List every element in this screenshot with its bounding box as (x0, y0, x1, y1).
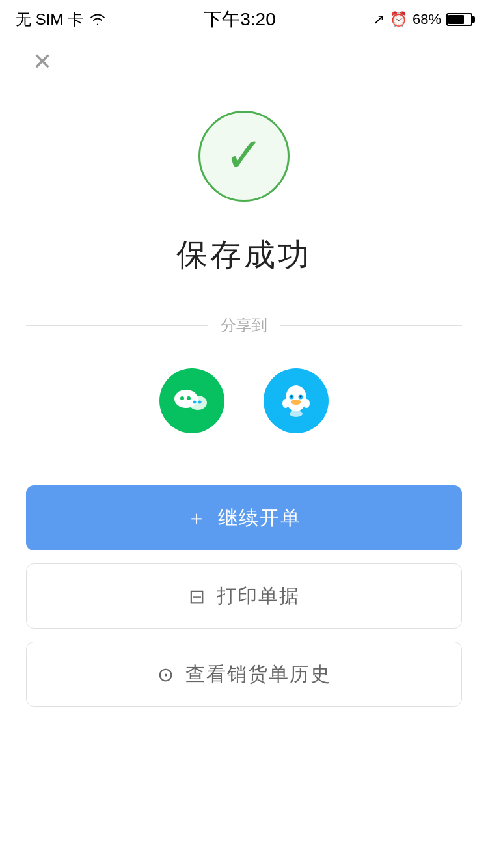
svg-point-12 (291, 396, 293, 398)
success-title: 保存成功 (176, 234, 312, 276)
history-label: 查看销货单历史 (185, 661, 331, 688)
wechat-share-button[interactable] (159, 368, 224, 433)
history-button[interactable]: ⊙ 查看销货单历史 (26, 642, 462, 707)
divider-line-right (280, 325, 462, 326)
close-icon: ✕ (33, 50, 52, 74)
share-divider: 分享到 (26, 315, 462, 336)
svg-point-13 (300, 396, 302, 398)
checkmark-icon: ✓ (224, 131, 264, 178)
svg-point-5 (198, 401, 202, 404)
wechat-icon (173, 382, 211, 420)
qq-share-button[interactable] (264, 368, 329, 433)
status-bar: 无 SIM 卡 下午3:20 ↗ ⏰ 68% (0, 0, 488, 39)
success-section: ✓ 保存成功 分享到 (26, 39, 462, 707)
svg-point-6 (286, 385, 306, 411)
print-label: 打印单据 (217, 583, 300, 610)
plus-icon: ＋ (187, 505, 208, 532)
continue-label: 继续开单 (218, 505, 301, 532)
status-time: 下午3:20 (204, 7, 276, 32)
action-buttons: ＋ 继续开单 ⊟ 打印单据 ⊙ 查看销货单历史 (26, 485, 462, 707)
continue-button[interactable]: ＋ 继续开单 (26, 485, 462, 550)
location-icon: ↗ (373, 11, 385, 28)
status-right: ↗ ⏰ 68% (373, 11, 472, 28)
clock-icon: ⊙ (157, 663, 175, 686)
share-label: 分享到 (208, 315, 280, 336)
svg-point-3 (187, 396, 191, 400)
alarm-icon: ⏰ (390, 11, 407, 28)
svg-point-8 (303, 399, 310, 408)
svg-point-9 (290, 411, 303, 417)
print-button[interactable]: ⊟ 打印单据 (26, 563, 462, 629)
status-carrier: 无 SIM 卡 (16, 9, 107, 30)
success-circle: ✓ (198, 111, 290, 202)
battery-icon (446, 13, 472, 26)
battery-percent: 68% (413, 11, 441, 28)
svg-point-14 (291, 400, 301, 405)
svg-point-7 (282, 399, 289, 408)
wifi-icon (88, 13, 107, 26)
svg-point-2 (180, 396, 184, 400)
divider-line-left (26, 325, 208, 326)
close-button[interactable]: ✕ (26, 46, 59, 78)
svg-point-4 (193, 401, 197, 404)
qq-icon (277, 381, 316, 420)
print-icon: ⊟ (189, 585, 206, 608)
share-icons-row (159, 368, 329, 433)
svg-point-1 (189, 396, 207, 410)
main-content: ✓ 保存成功 分享到 (0, 39, 488, 707)
